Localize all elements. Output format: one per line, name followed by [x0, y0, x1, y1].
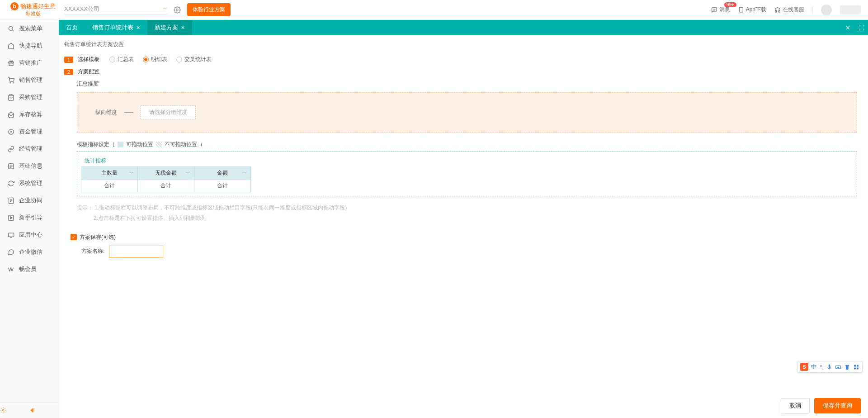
cancel-button[interactable]: 取消: [781, 398, 810, 413]
legend-nondraggable-label: 不可拖动位置: [165, 141, 197, 148]
sidebar-item-label: 企业协同: [19, 196, 42, 204]
scheme-name-input[interactable]: [109, 246, 163, 257]
close-icon[interactable]: ✕: [136, 25, 140, 31]
close-icon[interactable]: ✕: [181, 25, 185, 31]
sidebar-item-3[interactable]: 销售管理: [0, 71, 58, 89]
sidebar-item-11[interactable]: 新手引导: [0, 209, 58, 226]
tab-2[interactable]: 新建方案✕: [147, 20, 192, 35]
ime-toolbox-icon[interactable]: [853, 364, 859, 370]
svg-rect-36: [857, 365, 859, 366]
sidebar-item-label: 搜索菜单: [19, 24, 42, 33]
svg-point-5: [9, 26, 13, 30]
company-selector[interactable]: XXXXXX公司 ﹀: [64, 5, 167, 14]
sidebar-item-2[interactable]: 营销推广: [0, 54, 58, 71]
svg-point-26: [2, 409, 4, 411]
ime-logo-icon: S: [800, 363, 808, 371]
sidebar-item-13[interactable]: 企业微信: [0, 243, 58, 261]
step-2-row: 2 方案配置: [64, 68, 868, 76]
svg-point-10: [10, 82, 10, 83]
ime-keyboard-icon[interactable]: [835, 364, 841, 370]
hint-2: 2.点击标题栏下拉可设置排序、插入列和删除列: [94, 215, 207, 221]
save-scheme-row[interactable]: ✓ 方案保存(可选): [71, 233, 857, 241]
logo-text: 畅捷通好生意: [20, 2, 56, 10]
save-scheme-checkbox[interactable]: ✓: [71, 234, 77, 240]
metrics-table: 主数量﹀无税金额﹀金额﹀ 合计合计合计: [81, 166, 251, 192]
headset-icon: [774, 7, 781, 13]
sidebar-item-7[interactable]: 经营管理: [0, 140, 58, 157]
template-radio-0[interactable]: 汇总表: [109, 56, 134, 63]
tab-label: 新建方案: [155, 24, 178, 32]
metric-header-0[interactable]: 主数量﹀: [81, 167, 138, 180]
page-title: 销售订单统计表方案设置: [64, 41, 868, 48]
dimension-picker[interactable]: 请选择分组维度: [141, 105, 196, 119]
sidebar-item-14[interactable]: 畅会员: [0, 261, 58, 278]
tab-0[interactable]: 首页: [59, 20, 85, 35]
sidebar-item-label: 库存核算: [19, 110, 42, 119]
tab-close-all-button[interactable]: ✕: [841, 24, 854, 31]
metric-total-cell-0: 合计: [81, 180, 138, 192]
legend-row: 模板指标设定（ 可拖动位置 不可拖动位置 ）: [77, 141, 857, 148]
online-service-label: 在线客服: [783, 6, 804, 14]
template-radio-group: 汇总表明细表交叉统计表: [109, 56, 212, 63]
sidebar-item-4[interactable]: 采购管理: [0, 89, 58, 106]
sidebar-item-label: 营销推广: [19, 59, 42, 67]
sidebar-item-12[interactable]: 应用中心: [0, 226, 58, 243]
svg-marker-23: [10, 217, 12, 219]
sidebar-item-label: 企业微信: [19, 248, 42, 256]
svg-rect-3: [739, 7, 743, 12]
metric-header-label: 无税金额: [155, 169, 177, 177]
online-service-link[interactable]: 在线客服: [774, 6, 804, 14]
sidebar-item-label: 系统管理: [19, 179, 42, 187]
sidebar-item-9[interactable]: 系统管理: [0, 175, 58, 192]
avatar[interactable]: [821, 5, 832, 15]
metric-header-1[interactable]: 无税金额﹀: [138, 167, 194, 180]
box-icon: [7, 111, 14, 118]
header-right: 消息 99+ App下载 在线客服: [711, 5, 861, 15]
save-query-button[interactable]: 保存并查询: [814, 398, 861, 413]
step-1-label: 选择模板: [78, 56, 99, 63]
app-download-link[interactable]: App下载: [738, 6, 766, 14]
app-download-label: App下载: [746, 6, 766, 14]
template-radio-2[interactable]: 交叉统计表: [176, 56, 212, 63]
messages-link[interactable]: 消息 99+: [711, 6, 730, 14]
sidebar-item-10[interactable]: 企业协同: [0, 192, 58, 209]
sidebar-item-1[interactable]: 快捷导航: [0, 37, 58, 54]
sidebar: 搜索菜单快捷导航营销推广销售管理采购管理库存核算资金管理经营管理基础信息系统管理…: [0, 20, 59, 418]
sidebar-item-0[interactable]: 搜索菜单: [0, 20, 58, 37]
sidebar-item-label: 新手引导: [19, 214, 42, 222]
ime-punct-icon[interactable]: °,: [820, 364, 824, 370]
tab-1[interactable]: 销售订单统计表✕: [85, 20, 147, 35]
chevron-down-icon[interactable]: ﹀: [186, 170, 190, 176]
template-radio-1[interactable]: 明细表: [143, 56, 167, 63]
ime-lang[interactable]: 中: [811, 363, 817, 371]
ime-bar[interactable]: S 中 °,: [797, 361, 863, 373]
fullscreen-button[interactable]: ⛶: [854, 24, 868, 31]
logo-subtitle: 标准版: [26, 10, 41, 17]
step-1-row: 1 选择模板 汇总表明细表交叉统计表: [64, 56, 868, 63]
tabs: 首页销售订单统计表✕新建方案✕ ✕ ⛶: [59, 20, 868, 35]
gear-icon[interactable]: [174, 6, 181, 14]
radio-icon: [143, 57, 149, 62]
metric-header-label: 主数量: [101, 169, 118, 177]
user-plate[interactable]: [840, 5, 861, 14]
ime-skin-icon[interactable]: [844, 364, 850, 370]
content: 销售订单统计表方案设置 1 选择模板 汇总表明细表交叉统计表 2 方案配置 汇总…: [59, 35, 868, 418]
main: 首页销售订单统计表✕新建方案✕ ✕ ⛶ 销售订单统计表方案设置 1 选择模板 汇…: [59, 20, 868, 418]
radio-icon: [176, 57, 182, 62]
sidebar-item-5[interactable]: 库存核算: [0, 106, 58, 123]
radio-label: 交叉统计表: [184, 56, 212, 63]
doc-icon: [7, 197, 14, 204]
chevron-down-icon[interactable]: ﹀: [129, 170, 134, 176]
list-icon: [7, 162, 14, 170]
save-scheme-label: 方案保存(可选): [80, 233, 116, 241]
metric-header-2[interactable]: 金额﹀: [194, 167, 251, 180]
experience-button[interactable]: 体验行业方案: [187, 3, 231, 16]
sidebar-item-6[interactable]: 资金管理: [0, 123, 58, 140]
ime-mic-icon[interactable]: [826, 364, 832, 370]
sidebar-item-8[interactable]: 基础信息: [0, 157, 58, 175]
message-icon: [711, 7, 717, 13]
sidebar-collapse-button[interactable]: [29, 403, 59, 418]
svg-point-11: [13, 82, 13, 83]
chevron-down-icon[interactable]: ﹀: [242, 170, 247, 176]
sidebar-settings-button[interactable]: [0, 403, 29, 418]
